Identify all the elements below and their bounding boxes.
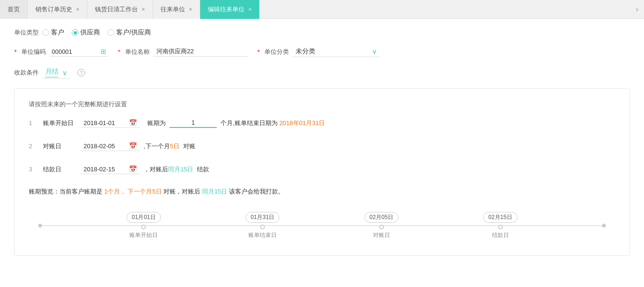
payment-condition-field: 收款条件 月结 ∨ ? [14, 67, 85, 79]
radio-supplier-label: 供应商 [80, 28, 100, 37]
timeline-start-cap [38, 224, 42, 228]
period-unit-1: 个月,账单结束日期为 [220, 119, 278, 127]
payment-condition-value: 月结 [45, 68, 59, 77]
chevron-down-icon: ∨ [372, 48, 377, 55]
tab-partner-close[interactable]: × [189, 6, 192, 13]
desc-highlight-3: 同月15日 [168, 165, 193, 174]
timeline-dot-3 [379, 225, 384, 229]
timeline-point-4: 02月15日 结款日 [483, 212, 517, 239]
payment-condition-chevron: ∨ [62, 69, 67, 76]
unit-info-row: * 单位编码 ⊞ * 单位名称 * 单位分类 未分类 ∨ [14, 46, 630, 57]
timeline-label-1: 账单开始日 [129, 231, 158, 239]
timeline-label-3: 对账日 [373, 231, 390, 239]
unit-class-star: * [257, 48, 260, 56]
period-end-1: 2018年01月31日 [280, 119, 325, 127]
unit-code-icon[interactable]: ⊞ [101, 48, 106, 55]
tab-edit-partner-label: 编辑往来单位 [208, 5, 245, 14]
radio-customer-circle [42, 29, 49, 36]
date-field-2[interactable] [84, 143, 126, 150]
radio-customer-label: 客户 [51, 28, 64, 37]
date-input-1: 📅 [81, 118, 140, 128]
tab-edit-partner-close[interactable]: × [248, 6, 252, 13]
timeline-badge-3: 02月05日 [364, 212, 399, 223]
desc-prefix-3: ，对账后 [144, 165, 168, 174]
preview-part2: 下一个月5日 [127, 188, 161, 195]
payment-settings-section: 请按照未来的一个完整帐期进行设置 1 账单开始日 📅 账期为 个月,账单结束日期… [14, 88, 630, 256]
preview-label: 账期预览：当前客户账期是 [29, 188, 102, 195]
unit-class-field: * 单位分类 未分类 ∨ [257, 46, 380, 57]
radio-supplier-circle [72, 29, 78, 36]
timeline-label-4: 结款日 [492, 231, 509, 239]
unit-name-label: 单位名称 [125, 48, 150, 56]
unit-class-label: 单位分类 [264, 48, 289, 56]
tab-sales-history[interactable]: 销售订单历史 × [28, 0, 87, 19]
unit-code-input[interactable] [51, 48, 99, 55]
unit-name-input[interactable] [153, 47, 248, 57]
unit-type-row: 单位类型 客户 供应商 客户/供应商 [14, 28, 630, 37]
row-type-3: 结款日 [43, 165, 81, 174]
unit-code-input-wrapper: ⊞ [50, 47, 108, 57]
row-number-2: 2 [29, 143, 43, 150]
date-field-3[interactable] [84, 166, 126, 173]
tab-home[interactable]: 首页 [0, 0, 28, 19]
calendar-icon-2[interactable]: 📅 [129, 142, 137, 150]
calendar-icon-1[interactable]: 📅 [129, 119, 137, 127]
desc-prefix-2: ,下一个月 [144, 142, 170, 151]
date-input-3: 📅 [81, 164, 140, 174]
preview-part3: 同月15日 [202, 188, 227, 195]
main-content: 单位类型 客户 供应商 客户/供应商 * 单位编码 [0, 19, 644, 287]
tab-partner[interactable]: 往来单位 × [153, 0, 200, 19]
tab-bar-arrow[interactable]: › [630, 5, 644, 14]
unit-type-field: 单位类型 客户 供应商 客户/供应商 [14, 28, 151, 37]
payment-condition-label: 收款条件 [14, 68, 39, 77]
timeline-dot-4 [498, 225, 503, 229]
date-field-1[interactable] [84, 119, 126, 127]
tab-bar: 首页 销售订单历史 × 钱货日清工作台 × 往来单位 × 编辑往来单位 × › [0, 0, 644, 19]
help-icon[interactable]: ? [77, 69, 85, 76]
setting-row-2: 2 对账日 📅 ,下一个月 5日 对账 [29, 141, 615, 151]
timeline-label-2: 账单结束日 [248, 231, 277, 239]
unit-name-field: * 单位名称 [118, 47, 247, 57]
radio-supplier[interactable]: 供应商 [72, 28, 100, 37]
row-number-1: 1 [29, 119, 43, 127]
desc-highlight-2: 5日 [170, 142, 179, 151]
tab-sales-history-close[interactable]: × [76, 6, 79, 13]
unit-name-star: * [118, 48, 120, 56]
radio-customer[interactable]: 客户 [42, 28, 64, 37]
tab-partner-label: 往来单位 [161, 5, 185, 14]
radio-group-unit-type: 客户 供应商 客户/供应商 [42, 28, 151, 37]
setting-row-3: 3 结款日 📅 ，对账后 同月15日 结款 [29, 164, 615, 174]
preview-mid: 对账，对账后 [163, 188, 200, 195]
tab-cash-work-close[interactable]: × [142, 6, 145, 13]
timeline-badge-2: 01月31日 [246, 212, 280, 223]
preview-text: 账期预览：当前客户账期是 1个月， 下一个月5日 对账，对账后 同月15日 该客… [29, 187, 615, 196]
tab-edit-partner[interactable]: 编辑往来单位 × [200, 0, 260, 19]
unit-code-star: * [14, 48, 17, 56]
desc-suffix-2: 对账 [183, 142, 195, 151]
calendar-icon-3[interactable]: 📅 [129, 165, 137, 173]
tab-sales-history-label: 销售订单历史 [35, 5, 72, 14]
unit-class-select[interactable]: 未分类 ∨ [293, 46, 380, 57]
row-type-2: 对账日 [43, 142, 81, 151]
timeline-points: 01月01日 账单开始日 01月31日 账单结束日 02月05日 对账日 [38, 212, 606, 239]
row-type-1: 账单开始日 [43, 119, 81, 127]
unit-class-value: 未分类 [296, 47, 315, 56]
period-input-1[interactable] [169, 118, 217, 128]
radio-both[interactable]: 客户/供应商 [108, 28, 151, 37]
timeline-point-1: 01月01日 账单开始日 [127, 212, 161, 239]
timeline-end-cap [602, 224, 606, 228]
unit-type-label: 单位类型 [14, 28, 39, 37]
tab-home-label: 首页 [8, 5, 20, 14]
payment-condition-select[interactable]: 月结 ∨ [42, 67, 70, 79]
timeline-point-2: 01月31日 账单结束日 [246, 212, 280, 239]
period-label-1: 账期为 [147, 119, 166, 127]
preview-part1: 1个月， [104, 188, 126, 195]
timeline-badge-1: 01月01日 [127, 212, 161, 223]
timeline-dot-1 [141, 225, 146, 229]
unit-code-label: 单位编码 [21, 48, 46, 56]
tab-cash-work[interactable]: 钱货日清工作台 × [87, 0, 153, 19]
section-title: 请按照未来的一个完整帐期进行设置 [29, 100, 615, 109]
unit-code-field: * 单位编码 ⊞ [14, 47, 108, 57]
payment-condition-row: 收款条件 月结 ∨ ? [14, 67, 630, 79]
timeline-dot-2 [260, 225, 265, 229]
